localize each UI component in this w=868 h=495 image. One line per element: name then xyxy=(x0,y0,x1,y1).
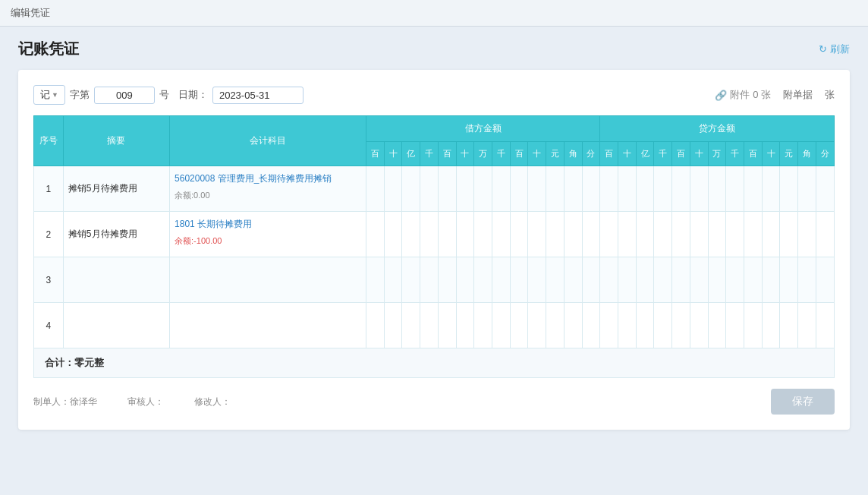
cell-summary[interactable] xyxy=(63,257,169,303)
cell-credit-11[interactable] xyxy=(798,303,816,348)
attachment-link[interactable]: 🔗 附件 0 张 xyxy=(715,88,771,102)
cell-credit-12[interactable] xyxy=(816,257,834,303)
cell-credit-9[interactable] xyxy=(762,257,780,303)
cell-account[interactable] xyxy=(170,257,366,303)
cell-credit-2[interactable] xyxy=(636,303,654,348)
cell-credit-0[interactable] xyxy=(600,257,618,303)
cell-debit-4[interactable] xyxy=(438,257,456,303)
cell-debit-2[interactable] xyxy=(402,257,420,303)
cell-debit-10[interactable] xyxy=(546,212,565,257)
cell-credit-12[interactable] xyxy=(816,166,834,212)
cell-credit-0[interactable] xyxy=(600,166,618,212)
cell-debit-1[interactable] xyxy=(384,166,402,212)
cell-credit-1[interactable] xyxy=(618,257,637,303)
cell-credit-5[interactable] xyxy=(690,166,708,212)
cell-credit-10[interactable] xyxy=(780,257,798,303)
cell-credit-8[interactable] xyxy=(744,303,763,348)
cell-credit-5[interactable] xyxy=(690,303,708,348)
cell-debit-3[interactable] xyxy=(420,257,439,303)
cell-credit-8[interactable] xyxy=(744,257,763,303)
cell-account[interactable]: 1801 长期待摊费用余额:-100.00 xyxy=(170,212,366,257)
cell-credit-6[interactable] xyxy=(708,212,726,257)
cell-account[interactable] xyxy=(170,303,366,348)
cell-debit-11[interactable] xyxy=(564,212,582,257)
cell-debit-0[interactable] xyxy=(366,212,384,257)
cell-debit-5[interactable] xyxy=(456,257,474,303)
cell-credit-0[interactable] xyxy=(600,212,618,257)
cell-debit-5[interactable] xyxy=(456,166,474,212)
cell-credit-9[interactable] xyxy=(762,166,780,212)
cell-debit-6[interactable] xyxy=(474,303,492,348)
cell-debit-8[interactable] xyxy=(510,303,528,348)
cell-debit-4[interactable] xyxy=(438,212,456,257)
cell-credit-2[interactable] xyxy=(636,257,654,303)
cell-credit-7[interactable] xyxy=(726,166,744,212)
cell-credit-11[interactable] xyxy=(798,257,816,303)
cell-credit-12[interactable] xyxy=(816,303,834,348)
cell-debit-0[interactable] xyxy=(366,303,384,348)
cell-credit-10[interactable] xyxy=(780,212,798,257)
cell-credit-6[interactable] xyxy=(708,166,726,212)
cell-credit-11[interactable] xyxy=(798,212,816,257)
cell-debit-0[interactable] xyxy=(366,257,384,303)
cell-credit-5[interactable] xyxy=(690,212,708,257)
cell-credit-7[interactable] xyxy=(726,257,744,303)
cell-credit-4[interactable] xyxy=(672,303,690,348)
cell-debit-4[interactable] xyxy=(438,303,456,348)
cell-debit-5[interactable] xyxy=(456,212,474,257)
cell-credit-3[interactable] xyxy=(654,166,672,212)
cell-credit-8[interactable] xyxy=(744,166,763,212)
cell-debit-6[interactable] xyxy=(474,212,492,257)
cell-credit-2[interactable] xyxy=(636,212,654,257)
cell-credit-1[interactable] xyxy=(618,303,637,348)
cell-debit-1[interactable] xyxy=(384,257,402,303)
cell-credit-4[interactable] xyxy=(672,257,690,303)
cell-credit-1[interactable] xyxy=(618,166,637,212)
cell-debit-7[interactable] xyxy=(492,212,510,257)
cell-credit-10[interactable] xyxy=(780,303,798,348)
cell-debit-7[interactable] xyxy=(492,166,510,212)
cell-debit-5[interactable] xyxy=(456,303,474,348)
cell-credit-1[interactable] xyxy=(618,212,637,257)
cell-summary[interactable]: 摊销5月待摊费用 xyxy=(63,212,169,257)
cell-debit-10[interactable] xyxy=(546,257,565,303)
cell-debit-12[interactable] xyxy=(582,212,600,257)
cell-debit-12[interactable] xyxy=(582,166,600,212)
cell-debit-8[interactable] xyxy=(510,166,528,212)
cell-debit-12[interactable] xyxy=(582,257,600,303)
cell-debit-2[interactable] xyxy=(402,303,420,348)
cell-credit-7[interactable] xyxy=(726,303,744,348)
voucher-type-dropdown[interactable]: 记 ▼ xyxy=(33,85,65,105)
cell-debit-3[interactable] xyxy=(420,212,439,257)
cell-debit-1[interactable] xyxy=(384,303,402,348)
cell-summary[interactable]: 摊销5月待摊费用 xyxy=(63,166,169,212)
cell-credit-7[interactable] xyxy=(726,212,744,257)
save-button[interactable]: 保存 xyxy=(771,389,835,415)
cell-credit-4[interactable] xyxy=(672,166,690,212)
cell-debit-9[interactable] xyxy=(528,212,546,257)
attach-single-btn[interactable]: 附单据 xyxy=(783,88,813,102)
cell-debit-8[interactable] xyxy=(510,257,528,303)
cell-debit-6[interactable] xyxy=(474,166,492,212)
cell-credit-9[interactable] xyxy=(762,212,780,257)
cell-debit-3[interactable] xyxy=(420,303,439,348)
cell-credit-10[interactable] xyxy=(780,166,798,212)
cell-credit-2[interactable] xyxy=(636,166,654,212)
cell-debit-10[interactable] xyxy=(546,166,565,212)
cell-debit-8[interactable] xyxy=(510,212,528,257)
cell-debit-3[interactable] xyxy=(420,166,439,212)
cell-credit-11[interactable] xyxy=(798,166,816,212)
cell-debit-9[interactable] xyxy=(528,257,546,303)
cell-debit-9[interactable] xyxy=(528,303,546,348)
cell-summary[interactable] xyxy=(63,303,169,348)
cell-debit-4[interactable] xyxy=(438,166,456,212)
cell-debit-1[interactable] xyxy=(384,212,402,257)
cell-debit-11[interactable] xyxy=(564,303,582,348)
cell-debit-11[interactable] xyxy=(564,257,582,303)
cell-credit-6[interactable] xyxy=(708,257,726,303)
cell-debit-11[interactable] xyxy=(564,166,582,212)
cell-debit-6[interactable] xyxy=(474,257,492,303)
cell-credit-3[interactable] xyxy=(654,257,672,303)
cell-debit-2[interactable] xyxy=(402,212,420,257)
cell-credit-4[interactable] xyxy=(672,212,690,257)
